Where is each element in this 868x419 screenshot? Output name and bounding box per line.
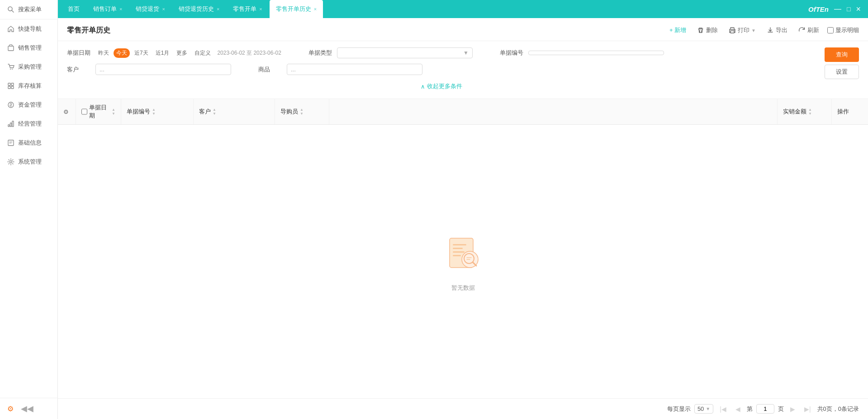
gear-column-icon[interactable]: ⚙ — [63, 108, 69, 115]
sidebar-item-quick-nav[interactable]: 快捷导航 — [0, 19, 57, 38]
tab-sales-return-history[interactable]: 销贷退货历史 × — [172, 0, 226, 18]
per-page-label: 每页显示 — [667, 405, 691, 413]
sidebar-item-system[interactable]: 系统管理 — [0, 152, 57, 171]
tab-sales-return[interactable]: 销贷退货 × — [129, 0, 171, 18]
shortcut-custom[interactable]: 自定义 — [192, 48, 213, 58]
th-bill-date-label: 单据日期 — [89, 104, 110, 120]
th-operation: 操作 — [832, 99, 868, 124]
query-row-1: 单据日期 昨天 今天 近7天 近1月 更多 自定义 2023-06-02 至 2… — [67, 47, 816, 58]
refresh-button[interactable]: 刷新 — [796, 24, 822, 36]
delete-button[interactable]: 删除 — [694, 24, 721, 36]
svg-rect-2 — [8, 46, 14, 51]
th-customer-label: 客户 — [199, 108, 211, 116]
shortcut-7days[interactable]: 近7天 — [132, 48, 151, 58]
shortcut-more[interactable]: 更多 — [174, 48, 190, 58]
tab-sales-order-close[interactable]: × — [119, 6, 122, 12]
table-area: ⚙ 单据日期 ▲ ▼ 单据编号 ▲ ▼ — [58, 99, 868, 398]
add-button[interactable]: + 新增 — [667, 24, 689, 36]
bill-type-select[interactable]: ▼ — [337, 47, 473, 58]
shortcut-1month[interactable]: 近1月 — [153, 48, 172, 58]
tab-home[interactable]: 首页 — [62, 0, 86, 18]
collapse-arrow: ∧ — [421, 83, 425, 90]
sidebar-item-sales[interactable]: 销售管理 — [0, 38, 57, 57]
sort-guide[interactable]: ▲ ▼ — [300, 108, 304, 116]
select-all-checkbox[interactable] — [81, 108, 87, 115]
tab-sales-return-history-close[interactable]: × — [217, 6, 219, 12]
tab-retail-open-history-close[interactable]: × — [314, 6, 317, 12]
last-page-btn[interactable]: ▶| — [802, 405, 814, 414]
pagination: 每页显示 50 ▼ |◀ ◀ 第 页 ▶ ▶| 共0页，0条记录 — [58, 398, 868, 419]
sidebar-item-label: 库存核算 — [18, 82, 42, 90]
empty-state: 暂无数据 — [58, 125, 868, 398]
tab-sales-return-history-label: 销贷退货历史 — [179, 5, 214, 13]
sort-actual-amount[interactable]: ▲ ▼ — [808, 108, 812, 116]
sidebar-item-finance[interactable]: 资金管理 — [0, 95, 57, 114]
close-btn[interactable]: × — [856, 5, 861, 14]
page-size-chevron: ▼ — [706, 406, 710, 411]
tab-retail-open-history[interactable]: 零售开单历史 × — [270, 0, 323, 18]
print-button[interactable]: 打印 ▼ — [726, 24, 759, 36]
page-size-select[interactable]: 50 ▼ — [694, 404, 713, 414]
page-input[interactable] — [756, 404, 774, 414]
restore-btn[interactable]: □ — [847, 5, 850, 13]
date-shortcuts: 昨天 今天 近7天 近1月 更多 自定义 — [95, 48, 213, 58]
brand-label: OfTEn — [808, 5, 829, 13]
sidebar-item-purchase[interactable]: 采购管理 — [0, 57, 57, 76]
bill-no-input[interactable] — [528, 51, 664, 55]
svg-point-3 — [10, 69, 11, 70]
operations-icon — [7, 120, 14, 127]
sort-customer[interactable]: ▲ ▼ — [213, 108, 216, 116]
first-page-btn[interactable]: |◀ — [717, 405, 729, 414]
refresh-button-label: 刷新 — [807, 26, 819, 34]
sidebar-item-label: 资金管理 — [18, 101, 42, 109]
home-icon — [7, 25, 14, 33]
query-button[interactable]: 查询 — [825, 47, 859, 62]
svg-rect-8 — [11, 86, 14, 89]
bill-type-field: 单据类型 ▼ — [308, 47, 473, 58]
svg-rect-7 — [8, 86, 10, 89]
tab-retail-open[interactable]: 零售开单 × — [227, 0, 268, 18]
gear-bottom-icon[interactable]: ⚙ — [7, 405, 14, 413]
customer-field: 客户 ... — [67, 64, 231, 75]
settings-button[interactable]: 设置 — [825, 65, 859, 79]
tab-sales-order-label: 销售订单 — [93, 5, 117, 13]
page-header: 零售开单历史 + 新增 删除 — [58, 18, 868, 41]
tab-sales-order[interactable]: 销售订单 × — [87, 0, 128, 18]
total-label: 共0页，0条记录 — [817, 405, 859, 413]
goods-ellipsis: ... — [291, 66, 296, 73]
show-detail-check[interactable]: 显示明细 — [827, 26, 859, 34]
date-label: 单据日期 — [67, 49, 92, 57]
collapse-icon[interactable]: ◀◀ — [21, 404, 33, 414]
query-panel: 单据日期 昨天 今天 近7天 近1月 更多 自定义 2023-06-02 至 2… — [58, 41, 868, 99]
sidebar-search[interactable]: 搜索采单 — [0, 0, 57, 19]
sort-bill-no[interactable]: ▲ ▼ — [152, 108, 156, 116]
minimize-btn[interactable]: — — [834, 5, 841, 13]
sort-date[interactable]: ▲ ▼ — [112, 108, 115, 116]
th-actual-amount-label: 实销金额 — [783, 108, 806, 116]
finance-icon — [7, 101, 14, 108]
empty-illustration — [441, 231, 486, 277]
table-header: ⚙ 单据日期 ▲ ▼ 单据编号 ▲ ▼ — [58, 99, 868, 125]
shortcut-today[interactable]: 今天 — [114, 48, 130, 58]
tab-retail-open-close[interactable]: × — [259, 6, 262, 12]
customer-input[interactable]: ... — [95, 64, 231, 75]
tab-sales-return-close[interactable]: × — [162, 6, 165, 12]
sidebar-item-basic[interactable]: 基础信息 — [0, 133, 57, 152]
th-bill-no-label: 单据编号 — [127, 108, 150, 116]
collapse-row[interactable]: ∧ 收起更多条件 — [67, 80, 816, 92]
svg-rect-6 — [11, 83, 14, 85]
svg-point-4 — [12, 69, 13, 70]
main: 首页 销售订单 × 销贷退货 × 销贷退货历史 × 零售开单 × 零售开单历史 … — [58, 0, 868, 419]
next-page-btn[interactable]: ▶ — [787, 405, 798, 414]
print-chevron[interactable]: ▼ — [751, 28, 756, 33]
tab-retail-open-label: 零售开单 — [233, 5, 256, 13]
shortcut-yesterday[interactable]: 昨天 — [95, 48, 112, 58]
show-detail-checkbox[interactable] — [827, 27, 834, 33]
sidebar-item-inventory[interactable]: 库存核算 — [0, 76, 57, 95]
sidebar: 搜索采单 快捷导航 销售管理 采购管理 库存核算 — [0, 0, 58, 419]
sidebar-item-operations[interactable]: 经营管理 — [0, 114, 57, 133]
search-icon — [7, 6, 14, 13]
prev-page-btn[interactable]: ◀ — [733, 405, 743, 414]
export-button[interactable]: 导出 — [764, 24, 790, 36]
goods-input[interactable]: ... — [287, 64, 422, 75]
